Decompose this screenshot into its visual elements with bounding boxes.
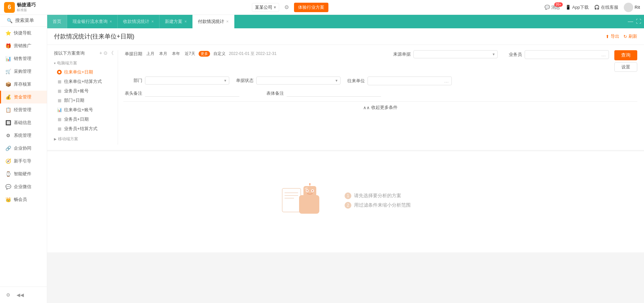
tab-receipt[interactable]: 收款情况统计 × xyxy=(118,15,159,28)
sidebar-item-hardware[interactable]: ⌚ 智能硬件 xyxy=(0,168,47,180)
sidebar-item-marketing[interactable]: 🎁 营销推广 xyxy=(0,39,47,52)
company-selector[interactable]: 某某公司 ▾ xyxy=(252,3,279,12)
sidebar-item-inventory[interactable]: 📦 库存核算 xyxy=(0,78,47,91)
status-select[interactable]: ▾ xyxy=(256,77,341,85)
plan-item-4[interactable]: 📊 往来单位+账号 xyxy=(54,105,114,115)
pc-section-title[interactable]: ▾ 电脑端方案 xyxy=(54,59,114,67)
collapse-sidebar-icon[interactable]: 《 xyxy=(109,50,114,56)
sidebar-item-sales[interactable]: 📊 销售管理 xyxy=(0,52,47,65)
collapse-button[interactable]: ∧∧ 收起更多条件 xyxy=(363,104,398,111)
plan-item-5[interactable]: ▦ 业务员+日期 xyxy=(54,115,114,124)
tip-text-1: 请先选择要分析的方案 xyxy=(354,193,401,199)
tab-minimize-button[interactable]: — xyxy=(628,19,633,25)
partner-input[interactable]: … xyxy=(368,77,452,85)
plan-item-1[interactable]: ▦ 往来单位+结算方式 xyxy=(54,77,114,86)
top-bar-right: 💬 消息 99+ 📱 App下载 🎧 在线客服 Rit xyxy=(545,3,640,12)
tab-cash-flow[interactable]: 现金银行流水查询 × xyxy=(67,15,118,28)
sidebar-item-cooperation[interactable]: 🔗 企业协同 xyxy=(0,142,47,155)
header-note-label: 表头备注 xyxy=(123,90,142,96)
sidebar-item-weixin[interactable]: 💬 企业微信 xyxy=(0,180,47,193)
header-note-field: 表头备注 xyxy=(123,90,239,97)
quick-nav-label: 快捷导航 xyxy=(14,30,31,36)
plan-item-2[interactable]: ▦ 业务员+账号 xyxy=(54,86,114,96)
refresh-button[interactable]: ↻ 刷新 xyxy=(623,33,637,39)
service-icon: 🎧 xyxy=(594,5,599,10)
source-dropdown-icon: ▾ xyxy=(493,52,495,57)
plan-item-6[interactable]: ▦ 业务员+结算方式 xyxy=(54,124,114,133)
plan-item-0[interactable]: 往来单位+日期 xyxy=(54,67,114,77)
plan-item-3[interactable]: ▦ 部门+日期 xyxy=(54,96,114,105)
sidebar-item-quick-nav[interactable]: ⭐ 快捷导航 xyxy=(0,27,47,39)
capital-label: 资金管理 xyxy=(14,94,31,100)
body-note-input[interactable] xyxy=(287,90,381,97)
filter-sidebar-header: 按以下方案查询 + ⊙ 《 xyxy=(54,50,114,56)
sidebar-settings-button[interactable]: ⚙ xyxy=(3,290,13,300)
app-icon: 📱 xyxy=(565,5,571,10)
sidebar-item-capital[interactable]: 💰 资金管理 xyxy=(0,91,47,103)
sidebar-item-operation[interactable]: 📋 经营管理 xyxy=(0,103,47,116)
tab-new-plan[interactable]: 新建方案 × xyxy=(159,15,193,28)
cooperation-icon: 🔗 xyxy=(5,145,11,151)
plan-icon-0 xyxy=(57,69,62,75)
sidebar-item-purchase[interactable]: 🛒 采购管理 xyxy=(0,65,47,78)
source-select[interactable]: ▾ xyxy=(413,50,498,58)
export-icon: ⬆ xyxy=(606,34,609,39)
mobile-section-arrow: ▶ xyxy=(54,137,57,141)
active-plan-circle xyxy=(57,70,62,74)
user-area[interactable]: Rit xyxy=(624,3,640,12)
svg-point-9 xyxy=(312,190,313,191)
message-item[interactable]: 💬 消息 99+ xyxy=(545,4,560,10)
mobile-section-title[interactable]: ▶ 移动端方案 xyxy=(54,135,114,143)
tab-home[interactable]: 首页 xyxy=(47,15,67,28)
plan-icon-6: ▦ xyxy=(57,126,62,131)
capital-icon: 💰 xyxy=(5,94,11,100)
sidebar-item-system[interactable]: ⚙ 系统管理 xyxy=(0,129,47,142)
logo-text-block: 畅捷通巧 标准版 xyxy=(17,2,36,12)
online-service-item[interactable]: 🎧 在线客服 xyxy=(594,4,618,10)
tab-payment-close[interactable]: × xyxy=(226,19,229,24)
sidebar-item-search[interactable]: 🔍 搜索菜单 xyxy=(0,15,47,27)
content-area: 首页 现金银行流水查询 × 收款情况统计 × 新建方案 × 付款情况统计 × —… xyxy=(47,15,644,303)
tab-payment[interactable]: 付款情况统计 × xyxy=(193,15,234,28)
plan-label-3: 部门+日期 xyxy=(64,97,84,103)
page-title: 付款情况统计(往来单位+日期) xyxy=(54,32,135,40)
plan-label-5: 业务员+日期 xyxy=(64,116,89,122)
tab-new-plan-close[interactable]: × xyxy=(184,19,187,24)
tab-cash-flow-close[interactable]: × xyxy=(110,19,112,24)
date-btn-this-month[interactable]: 本月 xyxy=(158,50,169,57)
body-note-field: 表体备注 xyxy=(265,90,381,97)
query-button[interactable]: 查询 xyxy=(614,50,637,60)
sidebar-item-guide[interactable]: 🧭 新手引导 xyxy=(0,155,47,168)
add-plan-icon[interactable]: + xyxy=(99,50,102,56)
collapse-up-icon: ∧∧ xyxy=(363,105,370,110)
settings-button[interactable]: ⚙ xyxy=(282,3,291,12)
salesman-input[interactable]: … xyxy=(525,50,609,59)
basics-icon: 🔲 xyxy=(5,120,11,126)
plan-settings-icon[interactable]: ⊙ xyxy=(104,50,108,56)
tab-expand-button[interactable]: ⛶ xyxy=(636,19,641,25)
date-btn-7days[interactable]: 近7天 xyxy=(183,50,197,57)
date-options: 上月 本月 本年 近7天 更多 自定义 2022-01-01 至 2022-12… xyxy=(145,50,276,57)
body-note-label: 表体备注 xyxy=(265,90,284,96)
sidebar-item-member[interactable]: 👑 畅会员 xyxy=(0,193,47,206)
date-more[interactable]: 更多 xyxy=(199,51,210,57)
dept-select[interactable]: ▾ xyxy=(145,77,229,85)
date-btn-custom[interactable]: 自定义 xyxy=(212,50,227,57)
sidebar-item-basics[interactable]: 🔲 基础信息 xyxy=(0,116,47,129)
trial-button[interactable]: 体验行业方案 xyxy=(294,3,328,12)
tip-num-2: 2 xyxy=(345,202,351,209)
sidebar-collapse-button[interactable]: ◀◀ xyxy=(16,290,25,300)
sales-icon: 📊 xyxy=(5,56,11,62)
date-btn-this-year[interactable]: 本年 xyxy=(171,50,181,57)
date-btn-prev-month[interactable]: 上月 xyxy=(145,50,156,57)
app-download-item[interactable]: 📱 App下载 xyxy=(565,4,589,10)
export-label: 导出 xyxy=(611,33,619,39)
export-button[interactable]: ⬆ 导出 xyxy=(606,33,619,39)
header-note-input[interactable] xyxy=(145,90,239,97)
plan-label-1: 往来单位+结算方式 xyxy=(64,79,102,85)
filter-settings-button[interactable]: 设置 xyxy=(614,62,637,72)
mobile-section-label: 移动端方案 xyxy=(58,136,78,142)
dept-dropdown-icon: ▾ xyxy=(224,78,226,83)
plan-label-0: 往来单位+日期 xyxy=(64,69,93,75)
tab-receipt-close[interactable]: × xyxy=(151,19,154,24)
